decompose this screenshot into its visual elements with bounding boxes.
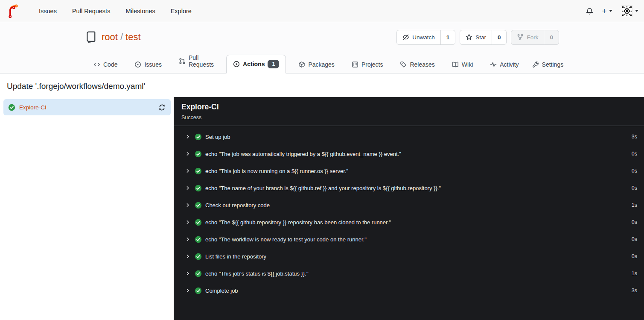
notifications-button[interactable]	[586, 7, 593, 15]
tab-activity[interactable]: Activity	[485, 56, 523, 73]
tab-releases[interactable]: Releases	[395, 56, 439, 73]
tag-icon	[400, 61, 407, 68]
job-status-text: Success	[181, 114, 636, 120]
eye-slash-icon	[402, 34, 409, 41]
project-board-icon	[352, 61, 358, 68]
step-name: echo "The workflow is now ready to test …	[205, 236, 367, 243]
check-circle-icon	[195, 287, 202, 294]
chevron-down-icon	[635, 10, 638, 12]
check-circle-icon	[8, 104, 15, 111]
step-row[interactable]: echo "The ${{ github.repository }} repos…	[174, 214, 644, 231]
unwatch-count[interactable]: 1	[440, 30, 455, 44]
star-count[interactable]: 0	[492, 30, 507, 44]
chevron-right-icon	[185, 220, 190, 225]
step-row[interactable]: Complete job 3s	[174, 282, 644, 299]
nav-link-explore[interactable]: Explore	[163, 0, 199, 22]
jobs-sidebar: Explore-CI	[0, 97, 174, 320]
step-row[interactable]: List files in the repository 0s	[174, 248, 644, 265]
chevron-right-icon	[185, 237, 190, 242]
job-steps-list: Set up job 3s echo "The job was automati…	[174, 126, 644, 299]
pulse-icon	[490, 61, 497, 68]
job-log-panel: Explore-CI Success Set up job 3s echo "T…	[174, 97, 644, 320]
top-navbar: IssuesPull RequestsMilestonesExplore +	[0, 0, 644, 22]
plus-icon: +	[602, 6, 607, 15]
chevron-right-icon	[185, 203, 190, 208]
check-circle-icon	[195, 185, 202, 192]
step-duration: 1s	[625, 270, 637, 276]
check-circle-icon	[195, 219, 202, 226]
tab-actions-label: Actions	[243, 61, 265, 68]
step-row[interactable]: echo "The workflow is now ready to test …	[174, 231, 644, 248]
unwatch-button-group: Unwatch 1	[396, 30, 455, 45]
tab-actions[interactable]: Actions 1	[226, 55, 286, 73]
create-new-button[interactable]: +	[602, 6, 612, 15]
repo-action-buttons: Unwatch 1 Star 0 Fork 0	[396, 30, 559, 45]
sync-icon[interactable]	[158, 104, 166, 111]
job-item-explore-ci[interactable]: Explore-CI	[3, 99, 171, 115]
play-circle-icon	[233, 61, 240, 68]
chevron-right-icon	[185, 134, 190, 139]
step-duration: 0s	[625, 236, 637, 242]
forgejo-logo-icon[interactable]	[6, 4, 19, 18]
step-row[interactable]: Set up job 3s	[174, 128, 644, 145]
step-row[interactable]: echo "The job was automatically triggere…	[174, 145, 644, 162]
tab-packages-label: Packages	[308, 61, 334, 68]
unwatch-button[interactable]: Unwatch	[397, 30, 440, 44]
fork-button[interactable]: Fork	[511, 30, 544, 44]
repo-name-link[interactable]: test	[125, 32, 140, 42]
tab-issues[interactable]: Issues	[130, 56, 166, 73]
repo-name-separator: /	[120, 32, 123, 42]
tab-wiki-label: Wiki	[462, 61, 473, 68]
repo-title-row: root/test Unwatch 1 Star 0 Fork 0	[85, 22, 559, 45]
chevron-right-icon	[185, 288, 190, 293]
step-name: Check out repository code	[205, 202, 270, 208]
fork-icon	[517, 34, 524, 41]
fork-count[interactable]: 0	[544, 30, 559, 44]
tab-packages[interactable]: Packages	[294, 56, 339, 73]
step-duration: 0s	[625, 168, 637, 174]
nav-link-milestones[interactable]: Milestones	[118, 0, 163, 22]
tab-actions-badge: 1	[268, 60, 279, 68]
tab-settings[interactable]: Settings	[527, 56, 568, 73]
chevron-right-icon	[185, 151, 190, 156]
repo-owner-link[interactable]: root	[102, 32, 118, 42]
issue-circle-icon	[134, 61, 141, 68]
tab-code[interactable]: Code	[89, 56, 122, 73]
repo-name: root/test	[102, 32, 141, 43]
fork-button-group: Fork 0	[511, 30, 559, 45]
star-button-group: Star 0	[460, 30, 507, 45]
pull-request-icon	[179, 58, 186, 65]
user-menu-button[interactable]	[621, 5, 638, 17]
chevron-right-icon	[185, 168, 190, 173]
tab-issues-label: Issues	[144, 61, 161, 68]
code-icon	[93, 61, 100, 68]
tab-projects[interactable]: Projects	[347, 56, 388, 73]
star-button[interactable]: Star	[460, 30, 492, 44]
tab-pull-requests[interactable]: Pull Requests	[174, 49, 219, 73]
tab-settings-label: Settings	[542, 61, 564, 68]
step-row[interactable]: echo "This job is now running on a ${{ r…	[174, 162, 644, 179]
chevron-down-icon	[609, 10, 612, 12]
tab-projects-label: Projects	[361, 61, 383, 68]
unwatch-button-label: Unwatch	[412, 34, 435, 41]
nav-link-pull-requests[interactable]: Pull Requests	[64, 0, 118, 22]
job-item-label: Explore-CI	[19, 104, 47, 111]
check-circle-icon	[195, 150, 202, 158]
run-layout: Explore-CI Explore-CI Success Set up job…	[0, 97, 644, 320]
check-circle-icon	[195, 253, 202, 260]
step-duration: 0s	[625, 219, 637, 225]
step-duration: 3s	[625, 134, 637, 140]
step-name: echo "This job's status is ${{ job.statu…	[205, 270, 309, 277]
step-row[interactable]: echo "The name of your branch is ${{ git…	[174, 179, 644, 197]
step-duration: 3s	[625, 288, 637, 294]
page-title: Update '.forgejo/workflows/demo.yaml'	[0, 73, 644, 97]
tab-wiki[interactable]: Wiki	[447, 56, 478, 73]
check-circle-icon	[195, 202, 202, 209]
step-row[interactable]: Check out repository code 1s	[174, 197, 644, 214]
step-duration: 0s	[625, 151, 637, 157]
step-row[interactable]: echo "This job's status is ${{ job.statu…	[174, 265, 644, 282]
step-name: echo "This job is now running on a ${{ r…	[205, 168, 348, 174]
nav-link-issues[interactable]: Issues	[31, 0, 64, 22]
tab-pull-requests-label: Pull Requests	[189, 54, 214, 68]
job-panel-title: Explore-CI	[181, 103, 636, 112]
